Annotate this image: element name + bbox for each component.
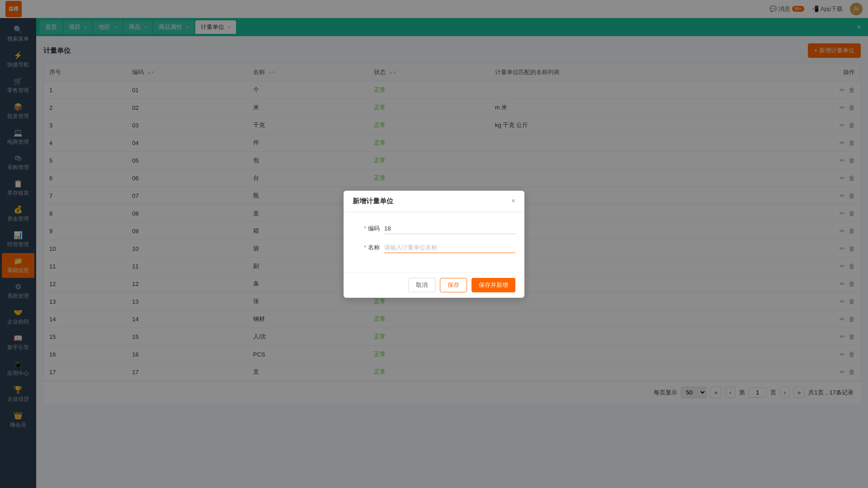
modal-body: * 编码 * 名称: [344, 212, 524, 272]
modal-close-button[interactable]: ×: [511, 197, 515, 205]
save-button[interactable]: 保存: [440, 278, 467, 292]
form-row-code: * 编码: [353, 223, 515, 234]
modal-title: 新增计量单位: [353, 197, 393, 206]
code-field-label: * 编码: [353, 225, 380, 233]
name-field-label: * 名称: [353, 244, 380, 252]
save-and-new-button[interactable]: 保存并新增: [472, 278, 515, 292]
add-measure-unit-modal: 新增计量单位 × * 编码 * 名称 取消 保存 保存并新增: [344, 191, 524, 298]
form-row-name: * 名称: [353, 242, 515, 253]
code-input[interactable]: [384, 223, 515, 234]
cancel-button[interactable]: 取消: [408, 278, 435, 292]
modal-footer: 取消 保存 保存并新增: [344, 272, 524, 298]
modal-header: 新增计量单位 ×: [344, 191, 524, 212]
name-label-text: 名称: [368, 244, 380, 251]
code-required-mark: *: [364, 225, 366, 232]
code-label-text: 编码: [368, 225, 380, 232]
modal-overlay[interactable]: 新增计量单位 × * 编码 * 名称 取消 保存 保存并新增: [0, 0, 868, 488]
name-required-mark: *: [364, 244, 366, 251]
name-input[interactable]: [384, 242, 515, 253]
